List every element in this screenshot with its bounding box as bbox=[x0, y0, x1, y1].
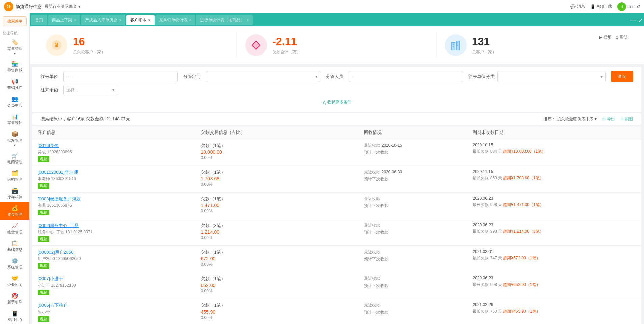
debt-count: 欠款（1笔） bbox=[201, 196, 364, 202]
overdue-link[interactable]: 超期¥10,000.00（1笔） bbox=[503, 149, 546, 154]
overdue-date: 2021.02.26 bbox=[473, 302, 636, 307]
tab-product-offline[interactable]: 商品上下架 × bbox=[48, 15, 80, 25]
customer-tag: 现销 bbox=[38, 210, 49, 215]
refresh-label: 刷新 bbox=[625, 116, 633, 122]
sort-dropdown-icon: ▾ bbox=[595, 117, 597, 121]
overdue-link[interactable]: 超期¥1,471.00（1笔） bbox=[503, 202, 543, 207]
filter-row-1: 往来单位 ··· 分管部门 ▾ 分管人员 bbox=[40, 71, 633, 82]
overdue-days: 最长欠款 853 天 超期¥1,703.68（1笔） bbox=[473, 175, 636, 181]
stat-top-right: ▶ 视频 ⊙ 帮助 bbox=[599, 34, 628, 40]
debt-info: 欠款（1笔） 1,703.68 0.00% bbox=[201, 169, 364, 187]
sidebar-item-new-guide[interactable]: 🎯 新手引导 bbox=[0, 290, 29, 307]
balance-select[interactable]: 选择... ▾ bbox=[63, 85, 117, 95]
sidebar-item-operations[interactable]: 📈 经营管理 bbox=[0, 220, 29, 237]
enterprise-label: 企业协同 bbox=[7, 282, 22, 287]
collapse-btn[interactable]: ⋀ 收起更多条件 bbox=[323, 99, 352, 105]
recovery-label: 最近收款 bbox=[364, 223, 380, 228]
tab-home[interactable]: 首页 bbox=[31, 15, 47, 25]
customer-name-link[interactable]: [0016]吴俊 bbox=[38, 143, 201, 149]
batch-mgmt-label: 批发管理 bbox=[7, 138, 22, 143]
recovery-next: 预计下次收款 bbox=[364, 230, 473, 235]
sidebar-item-inventory[interactable]: 🗃️ 库存核算 bbox=[0, 185, 29, 202]
sidebar-item-retail-mgmt[interactable]: 🏷️ 零售管理 ▼ bbox=[0, 36, 29, 58]
sidebar-item-system[interactable]: ⚙️ 系统管理 bbox=[0, 255, 29, 272]
export-btn[interactable]: ⊙ 导出 bbox=[602, 116, 615, 122]
customer-name-link[interactable]: [0007]小进干 bbox=[38, 276, 201, 282]
sidebar-item-app-center[interactable]: 📱 应用中心 bbox=[0, 307, 29, 324]
customer-name-link[interactable]: [0006]去下粮仓 bbox=[38, 302, 201, 308]
tab-purchase-stats-close[interactable]: × bbox=[190, 18, 192, 22]
tab-goods-stats-close[interactable]: × bbox=[247, 18, 249, 22]
help-label: 帮助 bbox=[620, 34, 628, 40]
user-menu[interactable]: d demo2 bbox=[617, 2, 640, 11]
sidebar-search-area: 搜索菜单 bbox=[0, 13, 29, 29]
sidebar-item-retail-mall[interactable]: 🏪 零售商城 bbox=[0, 58, 29, 76]
unit-class-select[interactable]: ▾ bbox=[497, 71, 606, 82]
overdue-link[interactable]: 超期¥1,214.00（3笔） bbox=[503, 229, 543, 234]
overdue-info: 2021.02.26 最长欠款 750 天 超期¥455.90（1笔） bbox=[473, 302, 636, 314]
tab-purchase-stats[interactable]: 采购订单统计表 × bbox=[155, 15, 196, 25]
store-name: 母婴行业演示账套 bbox=[45, 4, 77, 9]
recovery-next: 预计下次收款 bbox=[364, 310, 473, 315]
tab-product-history-close[interactable]: × bbox=[119, 18, 121, 22]
search-button[interactable]: 查询 bbox=[611, 71, 633, 82]
customer-name-link[interactable]: [0002]服务中心_丁磊 bbox=[38, 223, 201, 229]
enterprise-icon: 🤝 bbox=[11, 275, 18, 282]
overdue-link[interactable]: 超期¥652.00（1笔） bbox=[503, 282, 540, 287]
source-unit-input[interactable]: ··· bbox=[63, 71, 178, 82]
retail-stats-label: 零售统计 bbox=[7, 120, 22, 125]
sort-select[interactable]: 排序： 按欠款金额倒序排序 ▾ bbox=[543, 116, 597, 122]
tab-minimize-btn[interactable]: — bbox=[630, 17, 636, 23]
member-icon: 👥 bbox=[11, 96, 18, 102]
overdue-days: 最长欠款 998 天 超期¥1,214.00（3笔） bbox=[473, 229, 636, 234]
customer-name-link[interactable]: [0003]畅捷服务尹海蕊 bbox=[38, 196, 201, 202]
inventory-icon: 🗃️ bbox=[11, 187, 18, 194]
sidebar-item-member[interactable]: 👥 会员中心 bbox=[0, 93, 29, 111]
tab-customer-account[interactable]: 客户账本 × bbox=[126, 15, 155, 25]
refresh-btn[interactable]: ⊙ 刷新 bbox=[620, 116, 633, 122]
help-btn[interactable]: ⊙ 帮助 bbox=[615, 34, 628, 40]
debt-amount: 1,703.68 bbox=[201, 176, 364, 181]
debt-count: 欠款（1笔） bbox=[201, 143, 364, 149]
sidebar-item-retail-stats[interactable]: 📊 零售统计 bbox=[0, 111, 29, 128]
customer-name-link[interactable]: [000002]用户2050 bbox=[38, 249, 201, 255]
sidebar-item-marketing[interactable]: 📢 营销推广 bbox=[0, 76, 29, 93]
customer-name-link[interactable]: [0001020001]李老师 bbox=[38, 169, 201, 175]
manager-input[interactable]: ··· bbox=[349, 71, 463, 82]
tab-maximize-btn[interactable]: ⤢ bbox=[638, 17, 643, 23]
overdue-link[interactable]: 超期¥672.00（1笔） bbox=[503, 256, 540, 260]
customer-info: [0001020001]李老师 李老师 18600391516 现销 bbox=[38, 169, 201, 189]
filter-row-2: 往来余额 选择... ▾ bbox=[40, 85, 633, 95]
sidebar-item-ecommerce[interactable]: 🛒 电商管理 bbox=[0, 150, 29, 167]
recovery-date: 2020-10-15 bbox=[382, 143, 402, 148]
sidebar-item-basic-info[interactable]: 📋 基础信息 bbox=[0, 237, 29, 255]
sidebar-item-batch-mgmt[interactable]: 📦 批发管理 ▼ bbox=[0, 128, 29, 150]
recovery-date: 2020-06-30 bbox=[382, 170, 402, 174]
sidebar-item-purchase[interactable]: 🗂️ 采购管理 bbox=[0, 167, 29, 185]
balance-label: 往来余额 bbox=[40, 87, 61, 93]
overdue-link[interactable]: 超期¥455.90（1笔） bbox=[503, 309, 540, 314]
dept-select[interactable]: ▾ bbox=[206, 71, 320, 82]
sidebar-item-enterprise[interactable]: 🤝 企业协同 bbox=[0, 272, 29, 290]
purchase-icon: 🗂️ bbox=[11, 170, 18, 176]
recovery-label: 最近收款 bbox=[364, 249, 380, 254]
stat-icon-2 bbox=[245, 34, 267, 56]
finance-label: 资金管理 bbox=[7, 212, 22, 217]
message-btn[interactable]: 💬 消息 bbox=[570, 4, 585, 9]
video-icon: ▶ bbox=[599, 35, 602, 40]
collapse-icon: ⋀ bbox=[323, 100, 326, 105]
video-label: 视频 bbox=[603, 34, 611, 40]
tab-product-offline-close[interactable]: × bbox=[74, 18, 76, 22]
sidebar-item-finance[interactable]: 💰 资金管理 bbox=[0, 202, 29, 220]
sidebar-search-btn[interactable]: 搜索菜单 bbox=[3, 16, 27, 26]
header-overdue: 到期未收款日期 bbox=[473, 129, 636, 136]
tab-customer-account-close[interactable]: × bbox=[148, 18, 150, 22]
app-download-btn[interactable]: 📱 App下载 bbox=[590, 4, 612, 9]
unit-class-dropdown-icon: ▾ bbox=[600, 74, 603, 79]
store-selector[interactable]: 母婴行业演示账套 ▾ bbox=[45, 4, 80, 9]
overdue-days: 最长欠款 884 天 超期¥10,000.00（1笔） bbox=[473, 149, 636, 154]
video-help-btn[interactable]: ▶ 视频 bbox=[599, 34, 611, 40]
tab-product-history[interactable]: 产成品入库单历史 × bbox=[81, 15, 125, 25]
overdue-link[interactable]: 超期¥1,703.68（1笔） bbox=[503, 176, 543, 180]
tab-goods-stats[interactable]: 进货单统计表（按商品） × bbox=[196, 15, 253, 25]
